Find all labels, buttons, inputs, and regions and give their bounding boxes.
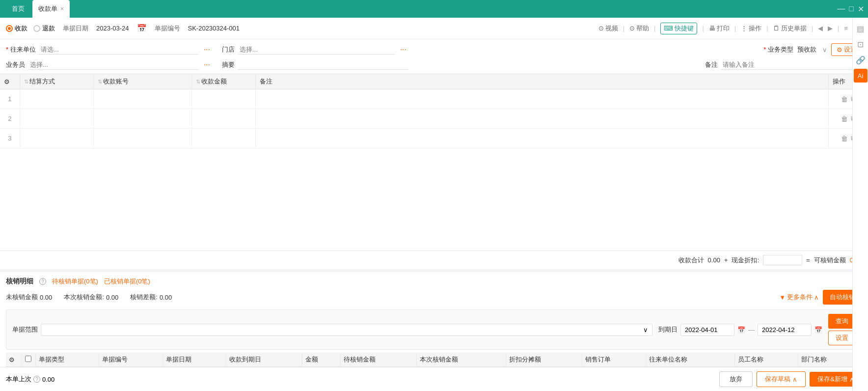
type-col-header[interactable]: 单据类型	[35, 353, 99, 367]
row-1-account[interactable]	[93, 89, 191, 109]
shortcut-btn[interactable]: ⌨ 快捷键	[660, 23, 697, 34]
row-2-amount[interactable]	[191, 109, 255, 129]
row-1-delete-icon[interactable]: 🗑	[841, 95, 848, 103]
save-draft-button[interactable]: 保存草稿 ∧	[757, 371, 806, 387]
table-gear-icon[interactable]: ⚙	[4, 78, 10, 85]
row-3-num: 3	[0, 129, 20, 148]
counterpart-input[interactable]	[39, 45, 199, 55]
sidebar-table-icon[interactable]: ▤	[854, 22, 868, 35]
amount-col-header2: 金额	[302, 353, 341, 367]
range-select[interactable]: ∨	[41, 324, 652, 336]
tab-receipt[interactable]: 收款单 ×	[32, 0, 70, 18]
row-1-remark[interactable]	[255, 89, 829, 109]
minimize-icon[interactable]: —	[837, 4, 845, 13]
store-more-icon[interactable]: ···	[398, 45, 408, 54]
help-btn[interactable]: ⊙ 帮助	[629, 24, 649, 33]
bottom-checkbox-col[interactable]	[22, 353, 35, 367]
staff-more-icon[interactable]: ···	[202, 60, 212, 69]
done-tab[interactable]: 已核销单据(0笔)	[104, 277, 150, 286]
nav-next-icon[interactable]: ▶	[828, 25, 833, 32]
row-2-delete-icon[interactable]: 🗑	[841, 115, 848, 123]
sidebar-ai-icon[interactable]: Ai	[854, 69, 868, 83]
amount-col-header[interactable]: 收款金额	[191, 74, 255, 89]
radio-refund-dot	[33, 25, 40, 32]
date-to-input[interactable]	[758, 324, 812, 336]
video-btn[interactable]: ⊙ 视频	[598, 24, 618, 33]
footer-value: 0.00	[42, 376, 54, 383]
restore-icon[interactable]: □	[849, 4, 854, 13]
sales-order-col-header: 销售订单	[582, 353, 646, 367]
gear-col-header[interactable]: ⚙	[0, 74, 20, 89]
bottom-gear-icon[interactable]: ⚙	[9, 356, 15, 363]
business-type-label: 业务类型	[763, 45, 793, 54]
sidebar-link-icon[interactable]: 🔗	[854, 53, 868, 67]
due-date-label: 到期日	[658, 325, 678, 334]
form-row-2: 业务员 ··· 摘要 备注	[6, 60, 862, 70]
close-window-icon[interactable]: ✕	[858, 4, 864, 14]
footer-info-icon[interactable]: ?	[33, 376, 40, 383]
main-table: ⚙ 结算方式 收款账号 收款金额 备注 操作	[0, 74, 868, 148]
row-3-amount[interactable]	[191, 129, 255, 148]
print-btn[interactable]: 🖶 打印	[709, 24, 730, 33]
date-from-input[interactable]	[680, 324, 734, 336]
date-col-header[interactable]: 单据日期	[163, 353, 226, 367]
tab-bar: 首页 收款单 × — □ ✕	[0, 0, 868, 18]
bottom-table: ⚙ 单据类型 单据编号 单据日期	[6, 353, 862, 367]
row-2-remark[interactable]	[255, 109, 829, 129]
settlement-col-header[interactable]: 结算方式	[20, 74, 93, 89]
nav-prev-icon[interactable]: ◀	[818, 25, 823, 32]
remark-label: 备注	[705, 60, 718, 69]
bottom-gear-col[interactable]: ⚙	[6, 353, 22, 367]
staff-col-header[interactable]: 员工名称	[734, 353, 798, 367]
counterpart-col-header[interactable]: 往来单位名称	[646, 353, 734, 367]
account-col-header[interactable]: 收款账号	[93, 74, 191, 89]
row-3-settlement[interactable]	[20, 129, 93, 148]
remark-input[interactable]	[721, 60, 862, 70]
number-col-header[interactable]: 单据编号	[99, 353, 163, 367]
row-1-settlement[interactable]	[20, 89, 93, 109]
tab-home[interactable]: 首页	[4, 0, 32, 18]
abandon-button[interactable]: 放弃	[719, 371, 753, 387]
tab-close-icon[interactable]: ×	[60, 5, 64, 12]
staff-input[interactable]	[28, 60, 199, 70]
summary-input[interactable]	[238, 60, 408, 70]
discount-input[interactable]	[763, 255, 802, 265]
store-field: 门店 ···	[222, 45, 408, 55]
footer-left: 本单上次 ? 0.00	[6, 375, 54, 384]
radio-receipt[interactable]: 收款	[6, 24, 27, 33]
video-icon: ⊙	[598, 25, 604, 32]
more-conditions-chevron: ∧	[814, 294, 819, 301]
filter-icon: ▼	[779, 294, 786, 301]
verify-label: 可核销金额	[814, 256, 846, 265]
current-value: 0.00	[106, 294, 118, 301]
verify-settings-button[interactable]: 设置	[828, 331, 856, 345]
row-2-num: 2	[0, 109, 20, 129]
operation-btn[interactable]: ⋮ 操作	[741, 24, 761, 33]
row-3-account[interactable]	[93, 129, 191, 148]
select-all-checkbox[interactable]	[25, 356, 31, 362]
save-draft-label: 保存草稿	[765, 375, 790, 384]
more-conditions-btn[interactable]: ▼ 更多条件 ∧	[779, 293, 819, 302]
verify-info-icon[interactable]: ?	[39, 278, 46, 285]
calendar-icon[interactable]: 📅	[137, 24, 147, 33]
sidebar-grid-icon[interactable]: ⊡	[854, 37, 868, 51]
history-btn[interactable]: 🗒 历史单据	[773, 24, 807, 33]
query-button[interactable]: 查询	[828, 314, 856, 329]
row-3-remark[interactable]	[255, 129, 829, 148]
help-icon: ⊙	[629, 25, 635, 32]
layout-list-icon[interactable]: ≡	[844, 25, 848, 32]
row-3-delete-icon[interactable]: 🗑	[841, 135, 848, 142]
radio-refund[interactable]: 退款	[33, 24, 55, 33]
counterpart-more-icon[interactable]: ···	[202, 45, 212, 54]
row-2-settlement[interactable]	[20, 109, 93, 129]
store-input[interactable]	[238, 45, 395, 55]
row-1-amount[interactable]	[191, 89, 255, 109]
history-icon: 🗒	[773, 25, 780, 32]
store-label: 门店	[222, 45, 235, 54]
row-2-account[interactable]	[93, 109, 191, 129]
pending-tab[interactable]: 待核销单据(0笔)	[52, 277, 98, 286]
business-type-chevron[interactable]: ∨	[822, 46, 827, 54]
verify-header: 核销明细 ? 待核销单据(0笔) 已核销单据(0笔)	[6, 277, 862, 286]
calendar-to-icon[interactable]: 📅	[814, 326, 822, 334]
calendar-from-icon[interactable]: 📅	[737, 326, 745, 334]
